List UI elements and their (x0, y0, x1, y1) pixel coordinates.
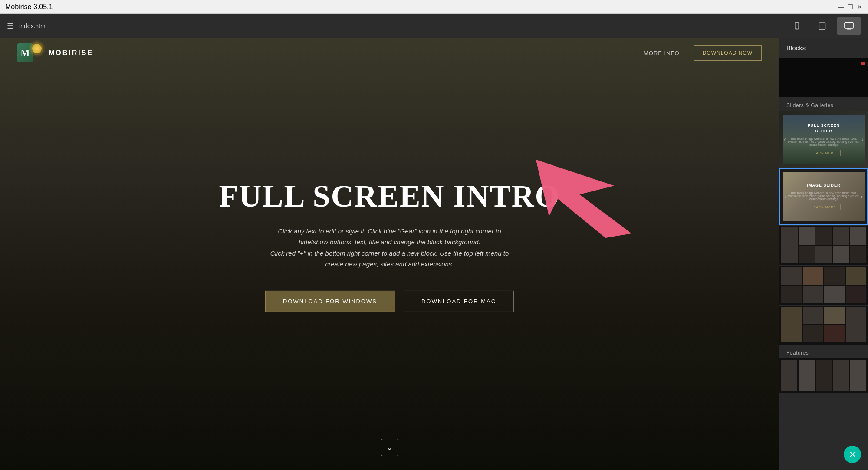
close-sidebar-icon: ✕ (849, 449, 856, 460)
image-slider-desc: This block brings website, a new style m… (783, 191, 865, 200)
nav-brand-name: MOBIRISE (49, 49, 93, 57)
section-features-title: Features (779, 345, 868, 358)
nav-download-button[interactable]: DOWNLOAD NOW (694, 45, 762, 61)
hero-subtitle-line3: Click red "+" in the bottom right corner… (270, 250, 509, 257)
fullscreen-slider-desc: This block brings website, a new style m… (783, 137, 865, 146)
maximize-button[interactable]: ❐ (847, 4, 853, 10)
block-thumb-top[interactable] (779, 58, 868, 97)
menu-icon[interactable]: ☰ (7, 21, 14, 31)
nav-logo: M MOBIRISE (17, 43, 93, 62)
device-toolbar (785, 17, 861, 35)
fullscreen-slider-left-arrow[interactable]: ‹ (784, 136, 786, 143)
filename-label: index.html (19, 23, 785, 30)
section-sliders-title: Sliders & Galleries (779, 98, 868, 111)
svg-point-3 (822, 28, 823, 29)
minimize-button[interactable]: — (838, 4, 844, 10)
image-slider-cta: LEARN MORE (807, 204, 841, 210)
svg-point-1 (796, 28, 797, 29)
block-thumb-top-badge (861, 62, 865, 65)
hero-subtitle-line2: hide/show buttons, text, title and chang… (299, 238, 480, 246)
block-thumb-fullscreen-slider[interactable]: FULL SCREENSLIDER This block brings webs… (779, 111, 868, 168)
sidebar-title: Blocks (779, 38, 868, 58)
window-controls: — ❐ ✕ (838, 4, 863, 10)
logo-sun-icon (32, 44, 42, 53)
download-windows-button[interactable]: DOWNLOAD FOR WINDOWS (265, 291, 395, 312)
scroll-down-button[interactable]: ⌄ (381, 439, 398, 456)
nav-more-info-link[interactable]: MORE INFO (644, 50, 680, 56)
hero-title[interactable]: FULL SCREEN INTRO (216, 179, 563, 213)
website-nav: M MOBIRISE MORE INFO DOWNLOAD NOW (0, 38, 779, 68)
fullscreen-slider-label: FULL SCREENSLIDER (808, 123, 840, 135)
svg-rect-4 (845, 22, 853, 28)
block-thumb-image-slider[interactable]: IMAGE SLIDER This block brings website, … (779, 168, 868, 225)
title-bar: Mobirise 3.05.1 — ❐ ✕ (0, 0, 868, 14)
hero-subtitle-line4: create new pages, sites and add extensio… (325, 260, 454, 268)
logo-letter-icon: M (17, 43, 33, 62)
mobile-view-button[interactable] (785, 17, 809, 35)
image-slider-label: IMAGE SLIDER (807, 183, 840, 189)
block-thumb-gallery-3[interactable] (779, 306, 868, 345)
svg-marker-8 (536, 160, 631, 238)
image-slider-right-arrow[interactable]: › (861, 193, 863, 200)
app-bar: ☰ index.html (0, 14, 868, 38)
app-title: Mobirise 3.05.1 (5, 3, 53, 11)
fullscreen-slider-right-arrow[interactable]: › (861, 136, 864, 143)
sidebar-blocks-panel: Blocks Sliders & Galleries FULL SCREENSL… (779, 38, 868, 470)
main-layout: M MOBIRISE MORE INFO DOWNLOAD NOW FULL S… (0, 38, 868, 470)
nav-links: MORE INFO DOWNLOAD NOW (644, 45, 762, 61)
block-thumb-gallery-2[interactable] (779, 266, 868, 305)
arrow-annotation (536, 160, 631, 238)
hero-subtitle-line1: Click any text to edit or style it. Clic… (278, 227, 501, 235)
close-sidebar-button[interactable]: ✕ (844, 446, 861, 463)
tablet-view-button[interactable] (811, 17, 835, 35)
block-thumb-features[interactable] (779, 358, 868, 393)
block-thumb-gallery-1[interactable] (779, 226, 868, 265)
close-button[interactable]: ✕ (857, 4, 863, 10)
hero-buttons: DOWNLOAD FOR WINDOWS DOWNLOAD FOR MAC (216, 291, 563, 312)
hero-section: FULL SCREEN INTRO Click any text to edit… (216, 179, 563, 312)
fullscreen-slider-cta: LEARN MORE (807, 150, 841, 156)
canvas-area: M MOBIRISE MORE INFO DOWNLOAD NOW FULL S… (0, 38, 779, 470)
desktop-view-button[interactable] (837, 17, 861, 35)
hero-subtitle: Click any text to edit or style it. Clic… (216, 226, 563, 270)
download-mac-button[interactable]: DOWNLOAD FOR MAC (404, 291, 514, 312)
image-slider-left-arrow[interactable]: ‹ (785, 193, 787, 200)
